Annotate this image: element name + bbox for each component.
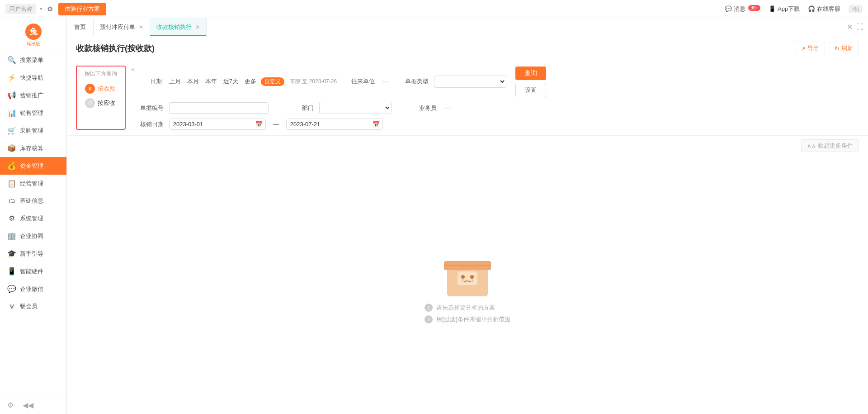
sidebar-item-finance[interactable]: 💰 资金管理 [0,157,66,175]
doc-type-label: 单据类型 [405,77,429,86]
verify-date-start-field[interactable] [170,119,253,129]
search-icon: 🔍 [7,56,16,64]
sidebar-item-guide[interactable]: 🎓 新手引导 [0,245,66,262]
filter-row-2: 单据编号 部门 业务员 ··· [140,102,859,114]
top-bar-gear-icon[interactable]: ⚙ [47,5,53,13]
settings-button[interactable]: 设置 [515,83,546,97]
sidebar-item-wechat[interactable]: 💬 企业微信 [0,280,66,298]
sidebar-item-system[interactable]: ⚙ 系统管理 [0,209,66,227]
refresh-label: 刷新 [841,44,853,52]
message-button[interactable]: 💬 消息 99+ [725,5,760,13]
wechat-icon: 💬 [7,285,16,293]
sidebar-item-search[interactable]: 🔍 搜索菜单 [0,51,66,69]
user-avatar[interactable]: Rit [849,5,863,13]
hint-text-1: 请先选择要分析的方案 [436,304,495,312]
payable-option-icon: ⏱ [85,98,95,108]
filter-row-1: 日期 上月 本月 本年 近7天 更多 自定义 不限 至 2023-07-26 往… [140,66,859,97]
tab-bar-right: ✕ ⛶ [847,23,868,31]
refresh-button[interactable]: ↻ 刷新 [829,42,859,55]
logo-subtitle: 标准版 [27,41,40,47]
query-actions: 查询 设置 [515,66,546,97]
basic-icon: 🗂 [7,197,16,205]
sales-icon: 📊 [7,109,16,117]
dept-select[interactable] [319,102,392,114]
svg-point-3 [461,275,465,279]
tab-close-all-icon[interactable]: ✕ [847,23,853,31]
sidebar-item-basic[interactable]: 🗂 基础信息 [0,192,66,209]
doc-no-input[interactable] [169,102,269,114]
collapse-left-icon[interactable]: « [131,66,135,73]
tab-prepay-close[interactable]: ✕ [139,24,143,30]
custom-tag[interactable]: 自定义 [261,77,284,86]
sidebar-label-operation: 经营管理 [20,180,43,188]
collapse-sidebar-icon[interactable]: ◀◀ [23,401,33,409]
sidebar-label-wechat: 企业微信 [20,285,43,293]
sidebar-bottom: ⚙ ◀◀ [0,396,66,414]
sidebar-logo: 兔 标准版 [0,18,66,51]
verify-date-start-input[interactable]: 📅 [169,119,266,130]
filter-fields: 日期 上月 本月 本年 近7天 更多 自定义 不限 至 2023-07-26 往… [140,66,859,130]
shortcut-7days[interactable]: 近7天 [222,76,240,86]
tab-receipt-close[interactable]: ✕ [195,24,200,30]
shortcut-last-month[interactable]: 上月 [167,76,183,86]
query-by-payable[interactable]: ⏱ 按应收 [81,96,120,110]
sidebar-item-member[interactable]: V 畅会员 [0,298,66,315]
content-area: 首页 预付冲应付单 ✕ 收款核销执行 ✕ ✕ ⛶ 收款核销执行(按收款) ↗ [67,18,868,414]
settings-bottom-icon[interactable]: ⚙ [7,401,14,409]
top-bar: 用户名称 ▾ ⚙ 体验行业方案 💬 消息 99+ 📱 App下载 🎧 在线客服 … [0,0,868,18]
shortcut-more[interactable]: 更多 [243,76,258,86]
query-by-receipt[interactable]: ¥ 按收款 [81,81,120,96]
service-icon: 🎧 [808,5,815,12]
sidebar-item-quicknav[interactable]: ⚡ 快捷导航 [0,69,66,86]
sidebar-label-purchase: 采购管理 [20,127,43,135]
dept-label: 部门 [292,104,314,112]
doc-type-select[interactable] [434,76,506,88]
sidebar-item-purchase[interactable]: 🛒 采购管理 [0,122,66,139]
query-button[interactable]: 查询 [515,67,546,80]
tab-bar: 首页 预付冲应付单 ✕ 收款核销执行 ✕ ✕ ⛶ [67,18,868,36]
app-download-button[interactable]: 📱 App下载 [769,5,800,13]
sidebar-label-sales: 销售管理 [20,109,43,117]
tab-receipt[interactable]: 收款核销执行 ✕ [150,18,207,36]
hint-text-2: 用[过滤]条件来缩小分析范围 [436,315,510,324]
system-icon: ⚙ [7,214,16,223]
tab-expand-icon[interactable]: ⛶ [856,23,863,31]
collapse-more-icon: ∧∧ [807,143,816,149]
empty-illustration [440,247,495,296]
refresh-icon: ↻ [835,45,840,52]
page-title: 收款核销执行(按收款) [76,43,155,54]
verify-date-end-field[interactable] [287,119,370,129]
sidebar-item-corp[interactable]: 🏢 企业协同 [0,227,66,245]
sidebar-item-marketing[interactable]: 📢 营销推广 [0,86,66,104]
sidebar-item-hardware[interactable]: 📱 智能硬件 [0,262,66,280]
sidebar-item-inventory[interactable]: 📦 库存核算 [0,139,66,157]
sidebar-label-corp: 企业协同 [20,232,43,240]
date-label: 日期 [140,77,162,86]
calendar-end-icon[interactable]: 📅 [370,121,382,128]
sidebar-item-operation[interactable]: 📋 经营管理 [0,175,66,192]
tab-home[interactable]: 首页 [67,18,94,36]
tab-prepay[interactable]: 预付冲应付单 ✕ [94,18,150,36]
service-button[interactable]: 🎧 在线客服 [808,5,840,13]
empty-hints: 1 请先选择要分析的方案 2 用[过滤]条件来缩小分析范围 [425,304,510,324]
sidebar-label-member: 畅会员 [20,302,38,310]
staff-ellipsis[interactable]: ··· [442,103,453,113]
corp-icon: 🏢 [7,232,16,240]
shortcut-this-month[interactable]: 本月 [185,76,201,86]
collapse-more-button[interactable]: ∧∧ 收起更多条件 [801,139,859,152]
top-bar-dropdown-icon[interactable]: ▾ [40,6,42,12]
sidebar-label-search: 搜索菜单 [20,56,43,64]
solution-button[interactable]: 体验行业方案 [58,3,106,15]
verify-date-label: 核销日期 [140,120,164,128]
verify-date-end-input[interactable]: 📅 [286,119,383,130]
query-type-label: 按以下方查询 [81,70,120,78]
calendar-start-icon[interactable]: 📅 [253,121,265,128]
export-button[interactable]: ↗ 导出 [795,42,825,55]
filter-section: 按以下方查询 ¥ 按收款 ⏱ 按应收 « 日期 上月 本月 [67,60,868,136]
sidebar-label-system: 系统管理 [20,214,43,223]
member-icon: V [7,303,16,310]
top-bar-user: 用户名称 [5,4,36,14]
partner-ellipsis[interactable]: ··· [380,77,391,86]
sidebar-item-sales[interactable]: 📊 销售管理 [0,104,66,122]
shortcut-this-year[interactable]: 本年 [203,76,219,86]
